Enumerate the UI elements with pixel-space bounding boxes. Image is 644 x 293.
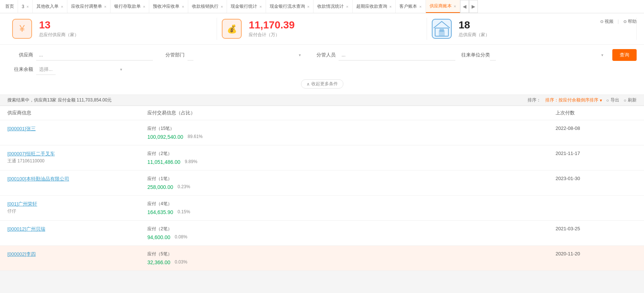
supplier-link[interactable]: [000002]李四 (7, 251, 36, 257)
balance-select[interactable]: 选择... (36, 64, 56, 75)
stat-num-payable-suppliers: 13 (39, 20, 79, 30)
tx-amount[interactable]: 258,000.00 (147, 184, 173, 190)
close-icon[interactable]: × (454, 4, 456, 8)
close-icon[interactable]: × (27, 4, 29, 9)
tx-amount[interactable]: 94,600.00 (147, 234, 170, 240)
table-row: [000100]本特勤油品有限公司 应付（1笔） 258,000.00 0.23… (0, 170, 644, 196)
tx-pct: 9.89% (185, 159, 197, 164)
svg-text:💰: 💰 (227, 24, 237, 34)
video-link[interactable]: ⊙ 视频 (600, 19, 615, 24)
nav-tab-bank-deposit[interactable]: 银行存取款单 × (111, 0, 149, 13)
close-icon[interactable]: × (104, 4, 106, 9)
nav-tab-collection-stat[interactable]: 收款情况统计 × (314, 0, 352, 13)
category-label: 往来单位分类 (461, 52, 487, 58)
tx-amount[interactable]: 164,635.90 (147, 209, 173, 215)
nav-tab-home[interactable]: 首页 (1, 0, 18, 13)
supplier-cell: [000100]本特勤油品有限公司 (7, 176, 147, 182)
tx-row: 94,600.00 0.08% (147, 234, 556, 240)
filter-item-supplier: 供应商 (7, 49, 153, 61)
refresh-button[interactable]: ○ 刷新 (624, 97, 637, 103)
tx-label: 应付（2笔） (147, 226, 556, 232)
last-pay-date: 2022-08-08 (556, 125, 580, 131)
chevron-down-icon: ▾ (600, 98, 602, 103)
tx-row: 100,092,540.00 89.61% (147, 133, 556, 140)
chevron-down-icon: ▾ (299, 53, 301, 58)
nav-tab-other-income[interactable]: 其他收入单 × (33, 0, 67, 13)
filter-area: 供应商 分管部门 ▾ 分管人员 往来单位分类 ▾ (0, 45, 644, 95)
nav-tab-3[interactable]: 3 × (18, 0, 33, 13)
filter-item-balance: 往来余额 选择... ▾ (7, 64, 125, 75)
supplier-sub: 仔仔 (7, 208, 147, 214)
nav-tab-overdue-ar[interactable]: 超期应收款查询 × (353, 0, 396, 13)
tx-amount[interactable]: 11,051,486.00 (147, 159, 181, 165)
transaction-cell: 应付（4笔） 164,635.90 0.15% (147, 201, 556, 215)
top-nav: 首页 3 × 其他收入单 × 应收应付调整单 × 银行存取款单 × 预收冲应收单… (0, 0, 644, 13)
chevron-down-icon: ▾ (601, 53, 603, 58)
close-icon[interactable]: × (182, 4, 184, 9)
supplier-cell: [001]广州荣轩 仔仔 (7, 201, 147, 214)
stat-num-payable-total: 11,170.39 (249, 20, 295, 30)
supplier-link[interactable]: [000100]本特勤油品有限公司 (7, 176, 69, 182)
export-button[interactable]: ○ 导出 (606, 97, 619, 103)
nav-tab-advance-receipt[interactable]: 预收冲应收单 × (149, 0, 188, 13)
table-body: [000001]张三 应付（15笔） 100,092,540.00 89.61%… (0, 120, 644, 271)
result-summary: 搜索结果中，供应商13家 应付金额 111,703,854.00元 (7, 97, 112, 103)
tx-amount[interactable]: 32,366.00 (147, 259, 170, 265)
supplier-link[interactable]: [000001]张三 (7, 126, 36, 131)
supplier-cell: [000012]广州贝瑞 (7, 226, 147, 232)
last-pay-date: 2021-11-17 (556, 151, 580, 156)
result-actions: 排序： 排序：按应付余额倒序排序 ▾ ○ 导出 ○ 刷新 (528, 97, 637, 103)
svg-text:¥: ¥ (19, 23, 25, 34)
nav-prev-arrow[interactable]: ◀ (460, 0, 469, 13)
supplier-link[interactable]: [000012]广州贝瑞 (7, 226, 45, 232)
close-icon[interactable]: × (143, 4, 145, 9)
tx-pct: 0.23% (178, 184, 190, 189)
tx-label: 应付（5笔） (147, 251, 556, 257)
stat-label-payable-suppliers: 总应付供应商（家） (39, 32, 79, 38)
supplier-link[interactable]: [000007]恒旺二手叉车 (7, 151, 55, 156)
supplier-link[interactable]: [001]广州荣轩 (7, 201, 37, 207)
close-icon[interactable]: × (346, 4, 348, 9)
last-pay-date: 2020-11-20 (556, 251, 580, 256)
tx-row: 32,366.00 0.03% (147, 259, 556, 265)
chevron-down-icon: ▾ (120, 67, 122, 72)
tx-pct: 0.03% (175, 259, 187, 265)
tx-pct: 0.08% (175, 234, 187, 239)
dept-select[interactable] (188, 49, 193, 61)
svg-rect-8 (442, 29, 444, 32)
tx-label: 应付（2笔） (147, 151, 556, 157)
sort-select[interactable]: 排序：按应付余额倒序排序 ▾ (545, 97, 602, 103)
filter-row-2: 往来余额 选择... ▾ (7, 64, 637, 75)
dept-label: 分管部门 (159, 52, 185, 58)
close-icon[interactable]: × (61, 4, 63, 9)
supplier-label: 供应商 (7, 52, 33, 58)
person-input[interactable] (339, 49, 455, 61)
nav-tab-cash-flow[interactable]: 现金银行流水查询 × (266, 0, 314, 13)
close-icon[interactable]: × (259, 4, 262, 9)
close-icon[interactable]: × (221, 4, 223, 9)
table-row: [001]广州荣轩 仔仔 应付（4笔） 164,635.90 0.15% (0, 196, 644, 221)
tx-label: 应付（15笔） (147, 125, 556, 132)
nav-tab-collection-exec[interactable]: 收款核销执行 × (188, 0, 227, 13)
nav-tab-ar-adjustment[interactable]: 应收应付调整单 × (67, 0, 111, 13)
nav-next-arrow[interactable]: ▶ (469, 0, 478, 13)
category-select[interactable] (490, 49, 496, 61)
nav-tab-supplier-ledger[interactable]: 供应商账本 × (426, 0, 460, 13)
transaction-cell: 应付（15笔） 100,092,540.00 89.61% (147, 125, 556, 140)
last-pay-date: 2023-01-30 (556, 176, 580, 181)
help-link[interactable]: ⊙ 帮助 (623, 19, 637, 24)
close-icon[interactable]: × (419, 4, 421, 9)
close-icon[interactable]: × (307, 4, 309, 9)
filter-item-category: 往来单位分类 ▾ (461, 49, 607, 61)
tx-amount[interactable]: 100,092,540.00 (147, 134, 183, 140)
tx-pct: 0.15% (178, 209, 190, 214)
filter-item-dept: 分管部门 ▾ (159, 49, 304, 61)
supplier-input[interactable] (36, 49, 153, 61)
query-button[interactable]: 查询 (612, 49, 637, 61)
table-row: [000002]李四 应付（5笔） 32,366.00 0.03% 2020-1… (0, 246, 644, 271)
last-pay-cell: 2021-03-25 (556, 226, 637, 231)
nav-tab-cash-stat[interactable]: 现金银行统计 × (227, 0, 266, 13)
collapse-button[interactable]: ∧ 收起更多条件 (301, 79, 343, 89)
nav-tab-customer-ledger[interactable]: 客户账本 × (396, 0, 426, 13)
close-icon[interactable]: × (389, 4, 392, 9)
